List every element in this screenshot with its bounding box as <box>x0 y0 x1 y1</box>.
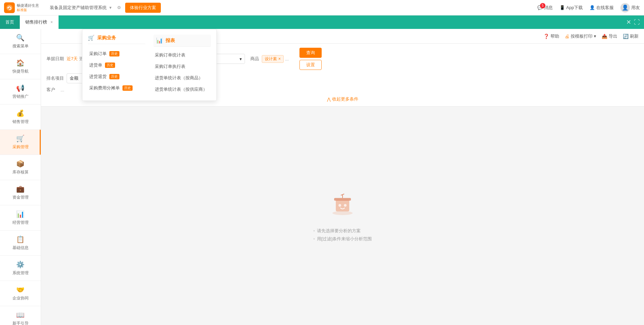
sidebar-item-search[interactable]: 🔍 搜索菜单 <box>0 29 41 54</box>
refresh-label: 刷新 <box>630 33 639 39</box>
sidebar-item-enterprise[interactable]: 🤝 企业协同 <box>0 281 41 306</box>
help-btn[interactable]: ❓ 帮助 <box>543 33 559 39</box>
query-button[interactable]: 查询 <box>299 48 322 58</box>
sidebar-item-sales[interactable]: 💰 销售管理 <box>0 105 41 130</box>
receipt-stats-supplier-label: 进货单统计表（按供应商） <box>155 86 207 92</box>
sidebar-item-guide[interactable]: 📖 新手引导 <box>0 306 41 325</box>
logo-sub: 标准版 <box>17 8 39 12</box>
purchase-dropdown-menu: 🛒 采购业务 采购订单 历史 进货单 历史 进货退货 历史 采购费用分摊单 <box>82 29 217 101</box>
empty-state: 请先选择要分析的方案 用[过滤]条件来缩小分析范围 <box>41 107 644 325</box>
product-more-btn[interactable]: ... <box>285 56 289 62</box>
tab-bar-right: ✕ ⛶ <box>626 15 644 29</box>
purchase-order-badge: 历史 <box>109 51 119 56</box>
message-icon-wrapper: 💬 5 <box>537 5 543 10</box>
print-icon: 🖨 <box>565 34 569 39</box>
tab-home[interactable]: 首页 <box>0 15 20 29</box>
purchase-section-title: 🛒 采购业务 <box>88 35 145 44</box>
product-tag-design: 设计素 × <box>262 55 284 63</box>
purchase-business-section: 🛒 采购业务 采购订单 历史 进货单 历史 进货退货 历史 采购费用分摊单 <box>88 35 145 95</box>
tab-close-icon[interactable]: × <box>50 20 53 25</box>
svg-point-0 <box>6 5 12 11</box>
print-arrow-icon[interactable]: ▾ <box>594 34 596 39</box>
menu-item-purchase-order-exec[interactable]: 采购订单执行表 <box>153 61 211 72</box>
collapse-label: 收起更多条件 <box>332 96 358 102</box>
purchase-receipt-badge: 历史 <box>105 63 115 68</box>
menu-item-receipt-stats-product[interactable]: 进货单统计表（按商品） <box>153 72 211 84</box>
sidebar-item-marketing[interactable]: 📢 营销推广 <box>0 79 41 105</box>
user-avatar: 👤 <box>620 3 630 12</box>
rank-label: 排名项目 <box>46 75 64 81</box>
customer-more[interactable]: ... <box>61 87 64 92</box>
print-btn[interactable]: 🖨 按模板打印 ▾ <box>565 33 596 39</box>
sidebar-item-basic[interactable]: 📋 基础信息 <box>0 231 41 256</box>
purchase-expense-badge: 历史 <box>122 85 133 91</box>
menu-item-purchase-receipt[interactable]: 进货单 历史 <box>88 59 145 71</box>
product-tags: 设计素 × ... <box>262 55 289 63</box>
sidebar-search-label: 搜索菜单 <box>12 43 29 49</box>
app-download-btn[interactable]: 📱 App下载 <box>560 5 583 11</box>
system-title-text: 装备及固定资产辅助管理系统 <box>50 5 107 11</box>
menu-item-purchase-order[interactable]: 采购订单 历史 <box>88 48 145 59</box>
system-icon: ⚙️ <box>16 260 25 269</box>
receipt-stats-product-label: 进货单统计表（按商品） <box>155 75 203 81</box>
export-label: 导出 <box>609 33 617 39</box>
home-icon: 🏠 <box>16 59 25 67</box>
sidebar-marketing-label: 营销推广 <box>12 94 29 99</box>
tab-sales-rank[interactable]: 销售排行榜 × <box>20 15 59 29</box>
product-tag-close[interactable]: × <box>278 56 281 61</box>
logo-icon <box>4 2 15 13</box>
sidebar-item-quick[interactable]: 🏠 快捷导航 <box>0 54 41 79</box>
message-badge: 5 <box>540 3 545 8</box>
report-section-icon: 📊 <box>156 37 163 44</box>
tab-close-btn[interactable]: ✕ <box>626 18 631 26</box>
menu-item-purchase-return[interactable]: 进货退货 历史 <box>88 71 145 82</box>
user-btn[interactable]: 👤 用友 <box>620 3 640 12</box>
guide-icon: 📖 <box>16 311 25 319</box>
menu-item-purchase-order-stats[interactable]: 采购订单统计表 <box>153 49 211 61</box>
industry-btn[interactable]: 体验行业方案 <box>125 3 161 13</box>
sidebar-item-purchase[interactable]: 🛒 采购管理 <box>0 130 41 155</box>
report-section-label: 报表 <box>166 38 175 44</box>
date-quick-7days[interactable]: 近7天 <box>67 56 78 62</box>
system-settings-icon[interactable]: ⚙ <box>117 5 121 10</box>
sidebar: 🔍 搜索菜单 🏠 快捷导航 📢 营销推广 💰 销售管理 🛒 采购管理 📦 库存核… <box>0 29 41 325</box>
app-label: App下载 <box>566 5 583 11</box>
filter-product: 商品 设计素 × ... <box>250 55 289 63</box>
menu-item-receipt-stats-supplier[interactable]: 进货单统计表（按供应商） <box>153 84 211 95</box>
report-section: 📊 报表 采购订单统计表 采购订单执行表 进货单统计表（按商品） 进货单统计表（… <box>153 35 211 95</box>
empty-illustration <box>326 188 359 222</box>
online-service-btn[interactable]: 👤 在线客服 <box>589 5 614 11</box>
sidebar-operations-label: 经营管理 <box>12 220 29 226</box>
settings-button[interactable]: 设置 <box>299 60 322 70</box>
sidebar-item-inventory[interactable]: 📦 库存核算 <box>0 155 41 180</box>
sidebar-system-label: 系统管理 <box>12 270 29 276</box>
product-tag-text: 设计素 <box>265 56 277 62</box>
system-title-area: 装备及固定资产辅助管理系统 ▾ ⚙ <box>50 5 121 11</box>
sidebar-enterprise-label: 企业协同 <box>12 295 29 301</box>
sidebar-sales-label: 销售管理 <box>12 119 29 125</box>
purchase-order-exec-label: 采购订单执行表 <box>155 64 185 70</box>
system-title-arrow[interactable]: ▾ <box>109 5 112 10</box>
sidebar-item-system[interactable]: ⚙️ 系统管理 <box>0 256 41 281</box>
svg-rect-4 <box>334 198 351 201</box>
header-right: 💬 5 消息 📱 App下载 👤 在线客服 👤 用友 <box>537 3 640 12</box>
logo-area: 畅捷通好生意 标准版 <box>4 2 44 13</box>
sidebar-item-operations[interactable]: 📊 经营管理 <box>0 205 41 231</box>
search-icon: 🔍 <box>16 34 25 42</box>
date-label: 单据日期 <box>46 56 64 62</box>
sidebar-capital-label: 资金管理 <box>12 195 29 200</box>
tab-maximize-btn[interactable]: ⛶ <box>634 19 640 26</box>
refresh-btn[interactable]: 🔄 刷新 <box>623 33 639 39</box>
purchase-return-badge: 历史 <box>109 74 119 79</box>
capital-icon: 💼 <box>16 185 25 193</box>
purchase-order-label: 采购订单 <box>89 51 107 57</box>
message-btn[interactable]: 💬 5 消息 <box>537 5 553 11</box>
sales-icon: 💰 <box>16 109 25 117</box>
sidebar-item-capital[interactable]: 💼 资金管理 <box>0 180 41 205</box>
svg-point-6 <box>344 204 347 207</box>
purchase-section-icon: 🛒 <box>88 35 95 41</box>
sidebar-inventory-label: 库存核算 <box>12 169 29 175</box>
logo-text: 畅捷通好生意 标准版 <box>17 3 39 12</box>
export-btn[interactable]: 📤 导出 <box>602 33 617 39</box>
menu-item-purchase-expense[interactable]: 采购费用分摊单 历史 <box>88 82 145 94</box>
